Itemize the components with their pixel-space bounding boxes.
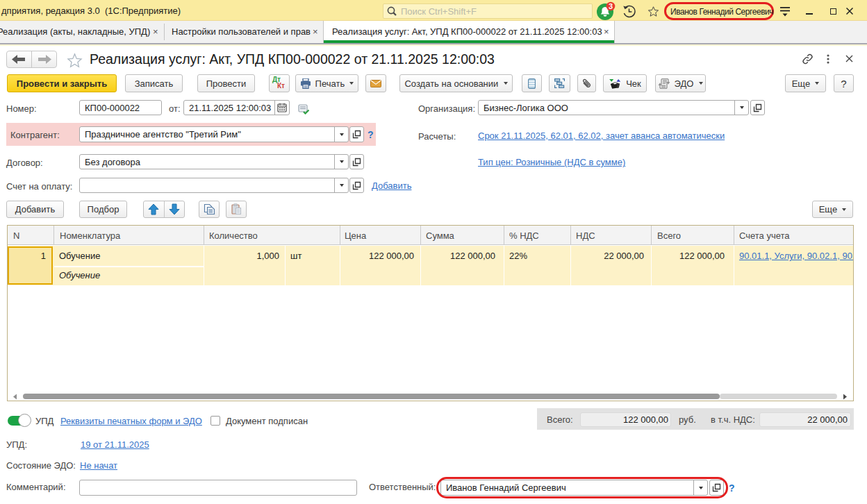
svg-text:3: 3 [609, 2, 613, 10]
